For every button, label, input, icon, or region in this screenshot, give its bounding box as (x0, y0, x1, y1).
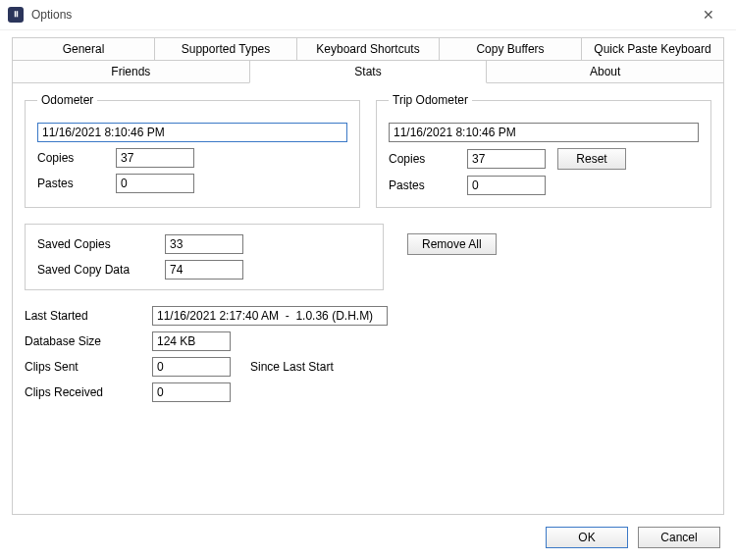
tab-copy-buffers[interactable]: Copy Buffers (439, 37, 582, 61)
window-title: Options (31, 0, 689, 29)
info-block: Last Started Database Size Clips Sent Si… (25, 306, 711, 402)
trip-timestamp[interactable] (389, 123, 699, 142)
app-icon-glyph: ⏸ (12, 11, 20, 19)
database-size-value[interactable] (152, 331, 231, 351)
stats-panel: Odometer Copies Pastes Trip Odometer (12, 83, 724, 515)
odometer-copies-value[interactable] (116, 148, 194, 168)
odometer-pastes-label: Pastes (37, 177, 116, 190)
options-window: ⏸ Options ✕ General Supported Types Keyb… (0, 0, 736, 560)
clips-sent-value[interactable] (152, 357, 231, 377)
close-icon[interactable]: ✕ (689, 0, 728, 29)
tab-quick-paste-keyboard[interactable]: Quick Paste Keyboard (581, 37, 724, 61)
database-size-label: Database Size (25, 334, 152, 348)
saved-copies-label: Saved Copies (37, 237, 165, 251)
tab-supported-types[interactable]: Supported Types (154, 37, 297, 61)
saved-copy-data-label: Saved Copy Data (37, 263, 165, 277)
saved-copies-value[interactable] (165, 234, 243, 254)
reset-button[interactable]: Reset (557, 148, 626, 170)
trip-pastes-value[interactable] (467, 176, 546, 195)
trip-pastes-label: Pastes (389, 178, 467, 192)
odometer-pastes-value[interactable] (116, 174, 194, 193)
tab-keyboard-shortcuts[interactable]: Keyboard Shortcuts (296, 37, 440, 61)
app-icon: ⏸ (8, 7, 24, 23)
tab-friends[interactable]: Friends (12, 61, 250, 83)
odometer-copies-label: Copies (37, 151, 116, 165)
clips-received-value[interactable] (152, 382, 231, 402)
ok-button[interactable]: OK (546, 527, 628, 548)
clips-sent-label: Clips Sent (25, 360, 152, 374)
tab-about[interactable]: About (486, 61, 724, 83)
last-started-label: Last Started (25, 309, 152, 323)
odometer-legend: Odometer (37, 93, 97, 107)
last-started-value[interactable] (152, 306, 388, 326)
tab-strip: General Supported Types Keyboard Shortcu… (12, 37, 724, 83)
tab-general[interactable]: General (12, 37, 155, 61)
saved-copy-data-value[interactable] (165, 260, 243, 280)
odometer-group: Odometer Copies Pastes (25, 93, 360, 208)
trip-copies-value[interactable] (467, 149, 546, 169)
cancel-button[interactable]: Cancel (638, 527, 720, 548)
trip-odometer-group: Trip Odometer Copies Reset Pastes (376, 93, 711, 208)
trip-copies-label: Copies (389, 152, 467, 166)
tab-stats[interactable]: Stats (249, 61, 488, 83)
window-body: General Supported Types Keyboard Shortcu… (0, 29, 736, 560)
clips-received-label: Clips Received (25, 385, 152, 399)
remove-all-button[interactable]: Remove All (407, 233, 497, 255)
trip-legend: Trip Odometer (389, 93, 472, 107)
titlebar: ⏸ Options ✕ (0, 0, 736, 30)
dialog-footer: OK Cancel (546, 527, 720, 548)
since-last-start-label: Since Last Start (250, 360, 334, 374)
odometer-timestamp[interactable] (37, 123, 347, 142)
